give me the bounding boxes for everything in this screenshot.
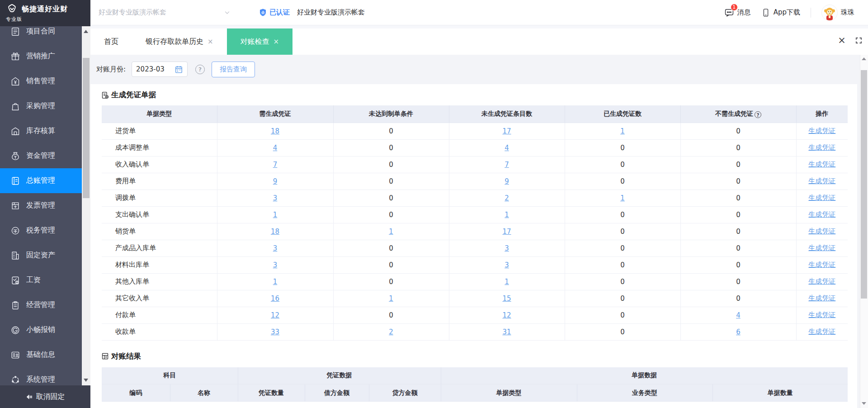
- count-link[interactable]: 18: [271, 127, 279, 135]
- count-link[interactable]: 1: [389, 294, 393, 303]
- content-scrollbar-thumb[interactable]: [861, 70, 867, 299]
- count-link[interactable]: 3: [505, 261, 509, 269]
- sidebar-item-11[interactable]: 工资: [0, 268, 82, 293]
- value-cell: 0: [565, 173, 680, 190]
- sidebar-item-9[interactable]: 税务管理: [0, 218, 82, 243]
- count-link[interactable]: 1: [620, 127, 625, 135]
- count-link[interactable]: 1: [273, 278, 278, 286]
- count-link[interactable]: 18: [271, 228, 279, 236]
- sidebar-item-label: 资金管理: [26, 151, 55, 161]
- sidebar-item-1[interactable]: 项目合同: [0, 26, 82, 44]
- count-link[interactable]: 3: [273, 244, 278, 252]
- value-cell: 16: [217, 290, 333, 307]
- generate-voucher-link[interactable]: 生成凭证: [808, 294, 835, 302]
- count-link[interactable]: 3: [273, 194, 278, 202]
- count-link[interactable]: 33: [271, 328, 279, 336]
- count-link[interactable]: 12: [271, 311, 279, 319]
- sidebar-item-5[interactable]: 库存核算: [0, 119, 82, 143]
- app-download-button[interactable]: App下载: [761, 8, 800, 17]
- generate-voucher-link[interactable]: 生成凭证: [808, 127, 835, 135]
- count-link[interactable]: 17: [502, 228, 511, 236]
- sidebar-item-label: 系统管理: [26, 375, 55, 384]
- count-link[interactable]: 4: [273, 144, 278, 152]
- user-menu[interactable]: 珠珠: [821, 5, 854, 21]
- sidebar-item-6[interactable]: 资金管理: [0, 143, 82, 168]
- fullscreen-button[interactable]: [851, 33, 866, 47]
- sidebar-scrollbar[interactable]: [82, 26, 90, 385]
- sidebar-item-label: 总账管理: [26, 176, 55, 185]
- generate-voucher-link[interactable]: 生成凭证: [808, 194, 835, 202]
- generate-voucher-link[interactable]: 生成凭证: [808, 277, 835, 285]
- help-icon[interactable]: ?: [195, 65, 205, 74]
- scroll-down-arrow-icon[interactable]: [84, 379, 88, 382]
- count-link[interactable]: 9: [505, 177, 509, 185]
- generate-voucher-link[interactable]: 生成凭证: [808, 227, 835, 235]
- tab-2[interactable]: 银行存取款单历史×: [132, 28, 227, 55]
- count-link[interactable]: 4: [505, 144, 509, 152]
- sidebar-item-2[interactable]: 营销推广: [0, 44, 82, 69]
- account-set-select[interactable]: 好业财专业版演示帐套: [99, 8, 231, 17]
- sidebar-item-15[interactable]: 系统管理: [0, 367, 82, 385]
- voucher-table-row: 收入确认单70700生成凭证: [102, 156, 848, 173]
- count-link[interactable]: 9: [273, 177, 278, 185]
- sidebar-item-12[interactable]: 经营管理: [0, 293, 82, 318]
- content-scrollbar[interactable]: [860, 55, 868, 408]
- calendar-icon[interactable]: [175, 65, 183, 74]
- sidebar-item-10[interactable]: 固定资产: [0, 243, 82, 268]
- generate-voucher-link[interactable]: 生成凭证: [808, 244, 835, 252]
- count-link[interactable]: 16: [271, 294, 279, 303]
- count-link[interactable]: 2: [505, 194, 509, 202]
- sidebar-item-4[interactable]: 采购管理: [0, 94, 82, 119]
- generate-voucher-link[interactable]: 生成凭证: [808, 143, 835, 152]
- count-link[interactable]: 17: [502, 127, 511, 135]
- count-link[interactable]: 4: [736, 311, 741, 319]
- scroll-up-arrow-icon[interactable]: [84, 30, 88, 33]
- sidebar-item-3[interactable]: 销售管理: [0, 69, 82, 94]
- verified-badge[interactable]: 企 已认证: [259, 8, 290, 17]
- sidebar-item-8[interactable]: 发票管理: [0, 193, 82, 218]
- tab-close-icon[interactable]: ×: [274, 38, 279, 46]
- count-link[interactable]: 7: [273, 161, 278, 169]
- value-cell: 3: [449, 256, 565, 273]
- invoice-icon: [10, 201, 20, 211]
- tab-1[interactable]: 首页: [90, 28, 132, 55]
- voucher-table-header-row: 单据类型需生成凭证未达到制单条件未生成凭证条目数已生成凭证数不需生成凭证?操作: [102, 105, 848, 123]
- count-link[interactable]: 15: [502, 294, 511, 303]
- unpin-sidebar-button[interactable]: 取消固定: [0, 385, 90, 408]
- reconcile-month-value: 2023-03: [136, 65, 165, 73]
- reconcile-month-input[interactable]: 2023-03: [132, 62, 188, 77]
- generate-voucher-link[interactable]: 生成凭证: [808, 327, 835, 336]
- report-query-button[interactable]: 报告查询: [212, 62, 255, 77]
- generate-voucher-link[interactable]: 生成凭证: [808, 160, 835, 168]
- count-link[interactable]: 1: [273, 211, 278, 219]
- count-link[interactable]: 1: [505, 278, 509, 286]
- sidebar-item-13[interactable]: 小畅报销: [0, 318, 82, 342]
- generate-voucher-link[interactable]: 生成凭证: [808, 261, 835, 269]
- value-cell: 18: [217, 123, 333, 139]
- count-link[interactable]: 1: [389, 228, 393, 236]
- count-link[interactable]: 3: [273, 261, 278, 269]
- close-all-tabs-button[interactable]: ×: [835, 33, 849, 47]
- tab-close-icon[interactable]: ×: [208, 38, 213, 46]
- count-link[interactable]: 12: [502, 311, 511, 319]
- count-link[interactable]: 1: [620, 194, 625, 202]
- count-link[interactable]: 31: [502, 328, 511, 336]
- messages-button[interactable]: 消息 1: [724, 8, 751, 18]
- count-link[interactable]: 2: [389, 328, 393, 336]
- generate-voucher-link[interactable]: 生成凭证: [808, 210, 835, 218]
- content-scroll-down-icon[interactable]: [862, 402, 866, 405]
- sidebar-item-14[interactable]: 基础信息: [0, 342, 82, 367]
- sidebar-item-7[interactable]: 总账管理: [0, 168, 82, 193]
- generate-voucher-link[interactable]: 生成凭证: [808, 177, 835, 185]
- sidebar-scrollbar-thumb[interactable]: [83, 58, 90, 198]
- count-link[interactable]: 6: [736, 328, 741, 336]
- count-link[interactable]: 1: [505, 211, 509, 219]
- count-link[interactable]: 7: [505, 161, 509, 169]
- result-section-title-row: 对账结果: [90, 341, 857, 361]
- tab-3[interactable]: 对账检查×: [227, 28, 293, 55]
- column-help-icon[interactable]: ?: [755, 111, 761, 118]
- content-scroll-up-icon[interactable]: [862, 57, 866, 60]
- count-link[interactable]: 3: [505, 244, 509, 252]
- generate-voucher-link[interactable]: 生成凭证: [808, 311, 835, 319]
- voucher-column-header: 未生成凭证条目数: [449, 105, 565, 123]
